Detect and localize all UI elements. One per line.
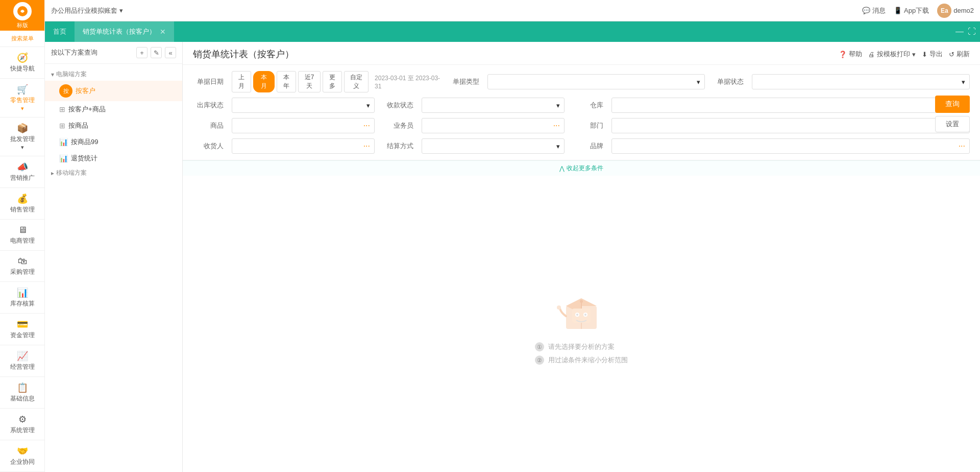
svg-point-12 bbox=[557, 305, 561, 310]
left-panel-actions: + ✎ « bbox=[136, 47, 176, 58]
tip-text-2: 用过滤条件来缩小分析范围 bbox=[548, 356, 628, 365]
tab-maximize-btn[interactable]: ⛶ bbox=[968, 27, 976, 36]
date-btn-custom[interactable]: 自定义 bbox=[344, 71, 369, 92]
settings-btn[interactable]: 设置 bbox=[935, 116, 970, 132]
customer-scheme-icon: 按 bbox=[59, 84, 72, 98]
tree-item-goods99[interactable]: 📊 按商品99 bbox=[45, 134, 182, 150]
date-btn-this-month[interactable]: 本月 bbox=[253, 71, 275, 92]
salesperson-dots: ··· bbox=[553, 121, 560, 130]
out-status-select[interactable]: ▾ bbox=[232, 98, 375, 113]
sidebar-item-inventory[interactable]: 📊 库存核算 bbox=[0, 282, 45, 314]
app-download-btn[interactable]: 📱 App下载 bbox=[894, 6, 929, 15]
brand-input[interactable]: ··· bbox=[611, 138, 970, 154]
user-menu[interactable]: Ea demo2 bbox=[937, 4, 974, 18]
sidebar-item-ecommerce[interactable]: 🖥 电商管理 bbox=[0, 220, 45, 251]
sidebar-search[interactable]: 搜索菜单 bbox=[0, 31, 45, 47]
sidebar-item-marketing[interactable]: 📣 营销推广 bbox=[0, 156, 45, 188]
date-control: 上月 本月 本年 近7天 更多 自定义 2023-03-01 至 2023-03… bbox=[232, 71, 440, 92]
brand-label: 品牌 bbox=[573, 141, 603, 151]
sidebar-item-basic[interactable]: 📋 基础信息 bbox=[0, 377, 45, 409]
export-btn[interactable]: ⬇ 导出 bbox=[922, 50, 943, 59]
department-select[interactable]: ▾ bbox=[611, 118, 970, 133]
refresh-btn[interactable]: ↺ 刷新 bbox=[949, 50, 970, 59]
collapse-up-icon: ⋀ bbox=[559, 165, 565, 172]
sidebar-item-purchase[interactable]: 🛍 采购管理 bbox=[0, 251, 45, 282]
sidebar-item-quick-nav[interactable]: 🧭 快捷导航 bbox=[0, 47, 45, 79]
user-initials: Ea bbox=[941, 7, 948, 14]
sidebar-item-wholesale[interactable]: 📦 批发管理 bbox=[0, 117, 45, 156]
purchase-icon: 🛍 bbox=[18, 256, 27, 267]
quick-nav-icon: 🧭 bbox=[17, 52, 28, 63]
tree-item-customer-goods[interactable]: ⊞ 按客户+商品 bbox=[45, 101, 182, 117]
brand-dots: ··· bbox=[959, 141, 965, 151]
ecommerce-icon: 🖥 bbox=[18, 225, 27, 235]
basic-icon: 📋 bbox=[17, 382, 28, 393]
collection-status-chevron: ▾ bbox=[556, 102, 560, 109]
tip-num-1: ① bbox=[535, 342, 544, 351]
date-btn-this-year[interactable]: 本年 bbox=[277, 71, 296, 92]
query-btn[interactable]: 查询 bbox=[935, 96, 970, 113]
app-logo: 标版 bbox=[0, 0, 45, 31]
svg-rect-5 bbox=[572, 309, 591, 323]
add-icon: + bbox=[140, 49, 144, 57]
template-print-btn[interactable]: 🖨 按模板打印 ▾ bbox=[868, 50, 916, 59]
wholesale-arrow bbox=[21, 144, 24, 151]
sidebar-item-retail[interactable]: 🛒 零售管理 bbox=[0, 79, 45, 117]
tab-sales-stat-label: 销货单统计表（按客户） bbox=[83, 27, 156, 36]
tree-item-customer-label: 按客户 bbox=[76, 86, 95, 96]
sidebar-item-system[interactable]: ⚙ 系统管理 bbox=[0, 409, 45, 440]
recipient-input[interactable]: ··· bbox=[232, 138, 375, 154]
page-actions: ❓ 帮助 🖨 按模板打印 ▾ ⬇ 导出 ↺ 刷新 bbox=[839, 50, 970, 59]
refresh-label: 刷新 bbox=[957, 50, 970, 59]
retail-arrow bbox=[21, 105, 24, 112]
right-content: 单据日期 上月 本月 本年 近7天 更多 自定义 2023-03-01 至 20… bbox=[183, 65, 980, 472]
export-label: 导出 bbox=[929, 50, 943, 59]
date-btn-more[interactable]: 更多 bbox=[323, 71, 342, 92]
topbar-right: 💬 消息 📱 App下载 Ea demo2 bbox=[862, 4, 974, 18]
tab-close-btn[interactable]: ✕ bbox=[160, 28, 166, 35]
collapse-more-btn[interactable]: ⋀ 收起更多条件 bbox=[183, 160, 980, 176]
date-btn-last-month[interactable]: 上月 bbox=[232, 71, 251, 92]
sidebar-item-enterprise[interactable]: 🤝 企业协同 bbox=[0, 440, 45, 472]
date-range: 2023-03-01 至 2023-03-31 bbox=[375, 74, 440, 90]
desktop-section-label[interactable]: ▾ 电脑端方案 bbox=[45, 68, 182, 81]
warehouse-label: 仓库 bbox=[573, 101, 603, 110]
tab-minimize-btn[interactable]: — bbox=[955, 27, 964, 36]
avatar: Ea bbox=[937, 4, 951, 18]
doc-type-select[interactable]: ▾ bbox=[487, 74, 705, 89]
collapse-panel-btn[interactable]: « bbox=[165, 47, 176, 58]
tree-item-customer[interactable]: 按 按客户 bbox=[45, 81, 182, 101]
filter-row-date: 单据日期 上月 本月 本年 近7天 更多 自定义 2023-03-01 至 20… bbox=[193, 71, 970, 92]
mobile-section-label[interactable]: ▸ 移动端方案 bbox=[45, 167, 182, 179]
left-panel: 按以下方案查询 + ✎ « ▾ 电脑端方案 bbox=[45, 42, 183, 472]
payment-method-select[interactable]: ▾ bbox=[422, 138, 565, 154]
tree-item-goods[interactable]: ⊞ 按商品 bbox=[45, 117, 182, 134]
collapse-label: 收起更多条件 bbox=[567, 164, 603, 173]
sales-icon: 💰 bbox=[17, 193, 28, 204]
collection-status-select[interactable]: ▾ bbox=[422, 98, 565, 113]
goods-input[interactable]: ··· bbox=[232, 118, 375, 133]
doc-status-select[interactable]: ▾ bbox=[752, 74, 970, 89]
finance-icon: 💳 bbox=[17, 319, 28, 330]
main-area: 办公用品行业模拟账套 ▾ 💬 消息 📱 App下载 Ea demo2 首页 bbox=[45, 0, 980, 472]
salesperson-input[interactable]: ··· bbox=[422, 118, 565, 133]
account-selector[interactable]: 办公用品行业模拟账套 ▾ bbox=[51, 6, 123, 15]
recipient-label: 收货人 bbox=[193, 141, 224, 151]
tab-sales-stat[interactable]: 销货单统计表（按客户） ✕ bbox=[75, 21, 174, 42]
sidebar-item-operations[interactable]: 📈 经营管理 bbox=[0, 345, 45, 377]
sidebar: 标版 搜索菜单 🧭 快捷导航 🛒 零售管理 📦 批发管理 📣 营销推广 💰 销售… bbox=[0, 0, 45, 472]
sidebar-item-finance[interactable]: 💳 资金管理 bbox=[0, 314, 45, 345]
tree-item-return-stat[interactable]: 📊 退货统计 bbox=[45, 150, 182, 167]
message-btn[interactable]: 💬 消息 bbox=[862, 6, 886, 15]
sidebar-item-sales[interactable]: 💰 销售管理 bbox=[0, 188, 45, 220]
edit-scheme-btn[interactable]: ✎ bbox=[151, 47, 162, 58]
date-btn-7days[interactable]: 近7天 bbox=[298, 71, 321, 92]
goods-dots: ··· bbox=[363, 121, 370, 130]
warehouse-input[interactable]: ··· bbox=[611, 98, 970, 113]
goods-icon: ⊞ bbox=[59, 122, 65, 130]
customer-icon-text: 按 bbox=[63, 87, 69, 95]
tab-home[interactable]: 首页 bbox=[45, 21, 75, 42]
filter-row-goods: 商品 ··· 业务员 ··· 部门 ▾ bbox=[193, 118, 970, 133]
add-scheme-btn[interactable]: + bbox=[136, 47, 148, 58]
help-btn[interactable]: ❓ 帮助 bbox=[839, 50, 862, 59]
